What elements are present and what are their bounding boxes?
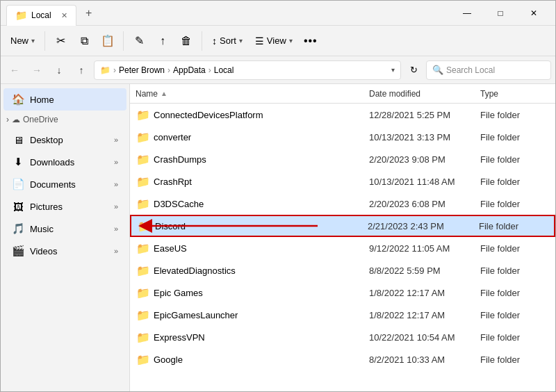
sidebar-item-downloads[interactable]: ⬇ Downloads » [3, 151, 126, 173]
col-type-header[interactable]: Type [480, 89, 550, 99]
folder-icon: 📁 [136, 264, 151, 277]
breadcrumb-folder-icon: 📁 [100, 65, 111, 75]
search-box[interactable]: 🔍 Search Local [426, 60, 551, 80]
file-date: 8/2/2021 10:33 AM [369, 354, 480, 365]
sort-button[interactable]: ↕ Sort ▾ [206, 30, 248, 52]
view-chevron: ▾ [289, 37, 293, 44]
tab-title: Local [31, 10, 51, 20]
paste-button[interactable]: 📋 [97, 30, 119, 52]
up-button[interactable]: ↑ [72, 60, 91, 80]
rename-button[interactable]: ✎ [128, 30, 150, 52]
file-type: File folder [480, 132, 550, 142]
sidebar-item-videos-label: Videos [30, 246, 108, 256]
breadcrumb-part-3: Local [214, 65, 234, 75]
sidebar-item-videos[interactable]: 🎬 Videos » [3, 240, 126, 262]
file-date: 1/8/2022 12:17 AM [369, 310, 480, 320]
close-button[interactable]: ✕ [518, 3, 550, 24]
onedrive-toggle[interactable]: › ☁ OneDrive [1, 112, 129, 127]
sidebar-item-home-label: Home [30, 95, 118, 105]
file-name: Google [151, 354, 369, 365]
breadcrumb-sep-1: › [113, 65, 116, 75]
file-type: File folder [479, 221, 548, 231]
cut-button[interactable]: ✂ [49, 30, 72, 52]
tab-close-icon[interactable]: ✕ [61, 11, 67, 20]
refresh-button[interactable]: ↻ [404, 60, 423, 80]
downloads-pin-icon: » [114, 158, 118, 166]
file-type: File folder [480, 110, 550, 120]
table-row[interactable]: 📁 ConnectedDevicesPlatform 12/28/2021 5:… [130, 104, 555, 126]
table-row[interactable]: 📁 EpicGamesLauncher 1/8/2022 12:17 AM Fi… [130, 304, 555, 326]
breadcrumb[interactable]: 📁 › Peter Brown › AppData › Local ▾ [94, 60, 401, 80]
file-name: CrashRpt [151, 177, 369, 187]
folder-icon: 📁 [136, 331, 151, 344]
sidebar-item-pictures[interactable]: 🖼 Pictures » [3, 195, 126, 218]
copy-button[interactable]: ⧉ [73, 30, 95, 52]
col-name-header[interactable]: Name ▲ [136, 89, 369, 99]
table-row[interactable]: 📁 Epic Games 1/8/2022 12:17 AM File fold… [130, 281, 555, 304]
new-tab-button[interactable]: + [79, 3, 99, 23]
breadcrumb-part-1: Peter Brown [119, 65, 165, 75]
new-chevron: ▾ [31, 37, 35, 44]
file-type: File folder [480, 154, 550, 165]
file-type: File folder [480, 199, 550, 209]
col-date-header[interactable]: Date modified [369, 89, 480, 99]
table-row[interactable]: 📁 Google 8/2/2021 10:33 AM File folder [130, 348, 555, 370]
toolbar: New ▾ ✂ ⧉ 📋 ✎ ↑ 🗑 ↕ Sort ▾ ☰ View ▾ ••• [1, 26, 555, 56]
table-row[interactable]: 📁 converter 10/13/2021 3:13 PM File fold… [130, 126, 555, 148]
search-icon: 🔍 [432, 65, 443, 75]
tab-local[interactable]: 📁 Local ✕ [6, 5, 76, 26]
table-row[interactable]: 📁 ExpressVPN 10/22/2021 10:54 AM File fo… [130, 326, 555, 348]
sidebar-item-music-label: Music [30, 224, 108, 234]
breadcrumb-part-2: AppData [173, 65, 206, 75]
onedrive-toggle-icon: › [6, 115, 9, 124]
view-button[interactable]: ☰ View ▾ [250, 30, 298, 52]
more-button[interactable]: ••• [300, 30, 322, 52]
sidebar-item-desktop[interactable]: 🖥 Desktop » [3, 129, 126, 151]
table-row[interactable]: 📁 D3DSCache 2/20/2023 6:08 PM File folde… [130, 193, 555, 215]
file-type: File folder [480, 354, 550, 365]
sidebar-item-documents-label: Documents [30, 179, 108, 190]
sidebar: 🏠 Home › ☁ OneDrive 🖥 Desktop » ⬇ Downlo… [1, 84, 130, 391]
table-row[interactable]: 📁 EaseUS 9/12/2022 11:05 AM File folder [130, 237, 555, 259]
delete-button[interactable]: 🗑 [175, 30, 197, 52]
minimize-button[interactable]: — [451, 3, 483, 24]
sidebar-item-pictures-label: Pictures [30, 202, 108, 212]
folder-icon: 📁 [136, 309, 151, 322]
expand-button[interactable]: ↓ [49, 60, 69, 80]
forward-button[interactable]: → [27, 60, 47, 80]
table-row[interactable]: 📁 ElevatedDiagnostics 8/8/2022 5:59 PM F… [130, 259, 555, 281]
file-name: ConnectedDevicesPlatform [151, 110, 369, 120]
file-type: File folder [480, 243, 550, 254]
folder-icon: 📁 [136, 153, 151, 166]
file-name: Epic Games [151, 288, 369, 298]
file-area-wrapper: Name ▲ Date modified Type 📁 ConnectedDev… [130, 84, 555, 391]
file-date: 1/8/2022 12:17 AM [369, 288, 480, 298]
sidebar-item-home[interactable]: 🏠 Home [3, 88, 126, 111]
title-bar: 📁 Local ✕ + — □ ✕ [1, 1, 555, 26]
table-row[interactable]: 📁 CrashRpt 10/13/2021 11:48 AM File fold… [130, 170, 555, 193]
file-date: 8/8/2022 5:59 PM [369, 266, 480, 276]
back-button[interactable]: ← [5, 60, 24, 80]
file-type: File folder [480, 177, 550, 187]
maximize-button[interactable]: □ [484, 3, 516, 24]
share-button[interactable]: ↑ [152, 30, 174, 52]
search-placeholder: Search Local [446, 65, 495, 75]
file-area: Name ▲ Date modified Type 📁 ConnectedDev… [130, 84, 555, 391]
sidebar-item-documents[interactable]: 📄 Documents » [3, 173, 126, 195]
videos-pin-icon: » [114, 247, 118, 255]
table-row[interactable]: 📁 CrashDumps 2/20/2023 9:08 PM File fold… [130, 148, 555, 170]
sidebar-item-desktop-label: Desktop [30, 135, 108, 145]
breadcrumb-sep-2: › [167, 65, 170, 75]
file-name: ExpressVPN [151, 332, 369, 343]
new-button[interactable]: New ▾ [5, 30, 40, 52]
table-row[interactable]: 📁 Discord 2/21/2023 2:43 PM File folder [130, 215, 555, 237]
file-name: ElevatedDiagnostics [151, 266, 369, 276]
sort-label: Sort [220, 35, 236, 46]
folder-icon: 📁 [136, 131, 151, 144]
onedrive-label: OneDrive [23, 115, 58, 124]
sidebar-item-music[interactable]: 🎵 Music » [3, 218, 126, 240]
downloads-icon: ⬇ [12, 156, 24, 168]
file-type: File folder [480, 288, 550, 298]
breadcrumb-sep-3: › [208, 65, 211, 75]
desktop-icon: 🖥 [12, 134, 24, 146]
